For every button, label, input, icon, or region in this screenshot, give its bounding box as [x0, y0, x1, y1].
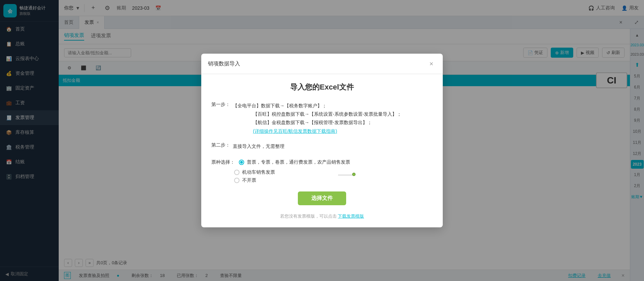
select-file-container: 选择文件 — [211, 191, 433, 205]
modal-footer: 若您没有发票模版，可以点击 下载发票模版 — [211, 213, 433, 219]
footer-link[interactable]: 下载发票模版 — [338, 214, 364, 219]
ticket-option-1[interactable]: 机动车销售发票 — [234, 169, 433, 175]
step1-link[interactable]: (详细操作见百旺/航信发票数据下载指南) — [253, 128, 337, 134]
radio-label-1: 机动车销售发票 — [242, 169, 275, 175]
step1-content: 【全电平台】数据下载→【税务数字账户】； 【百旺】税控盘数据下载→【系统设置-系… — [233, 102, 401, 135]
modal-dialog: 销项数据导入 × 导入您的Excel文件 第一步： 【全电平台】数据下载→【税务… — [201, 54, 443, 227]
modal-main-title: 导入您的Excel文件 — [211, 82, 433, 92]
ticket-option-0[interactable]: 普票，专票，卷票，通行费发票，农产品销售发票 — [239, 159, 350, 165]
tooltip-dot — [352, 173, 356, 176]
modal-body: 导入您的Excel文件 第一步： 【全电平台】数据下载→【税务数字账户】； 【百… — [201, 74, 443, 227]
radio-label-2: 不开票 — [242, 177, 256, 183]
step2-section: 第二步： 直接导入文件，无需整理 — [211, 142, 433, 151]
step1-line-2: 【百旺】税控盘数据下载→【系统设置-系统参数设置-发票批量导入】； — [253, 111, 401, 117]
modal-overlay: 销项数据导入 × 导入您的Excel文件 第一步： 【全电平台】数据下载→【税务… — [0, 0, 644, 281]
radio-label-0: 普票，专票，卷票，通行费发票，农产品销售发票 — [247, 159, 350, 165]
footer-text: 若您没有发票模版，可以点击 — [280, 214, 337, 219]
radio-btn-1[interactable] — [234, 170, 239, 175]
radio-btn-0[interactable] — [239, 160, 244, 165]
radio-btn-2[interactable] — [234, 178, 239, 183]
step1-line-3: 【航信】金税盘数据下载→【报税管理-发票数据导出】； — [253, 120, 372, 125]
step1-label: 第一步： — [211, 102, 231, 108]
ticket-select-label: 票种选择： — [211, 159, 235, 165]
modal-header: 销项数据导入 × — [201, 54, 443, 74]
select-file-btn[interactable]: 选择文件 — [298, 191, 346, 205]
ticket-section: 票种选择： 普票，专票，卷票，通行费发票，农产品销售发票 机动车销售发票 — [211, 157, 433, 183]
step2-label: 第二步： — [211, 142, 231, 148]
step2-content: 直接导入文件，无需整理 — [233, 142, 284, 151]
step1-line-1: 【全电平台】数据下载→【税务数字账户】； — [233, 103, 327, 108]
modal-close-btn[interactable]: × — [427, 59, 436, 68]
radio-dot-0 — [240, 161, 243, 164]
ticket-option-2[interactable]: 不开票 — [234, 177, 433, 183]
modal-title: 销项数据导入 — [208, 60, 240, 67]
step1-section: 第一步： 【全电平台】数据下载→【税务数字账户】； 【百旺】税控盘数据下载→【系… — [211, 102, 433, 135]
